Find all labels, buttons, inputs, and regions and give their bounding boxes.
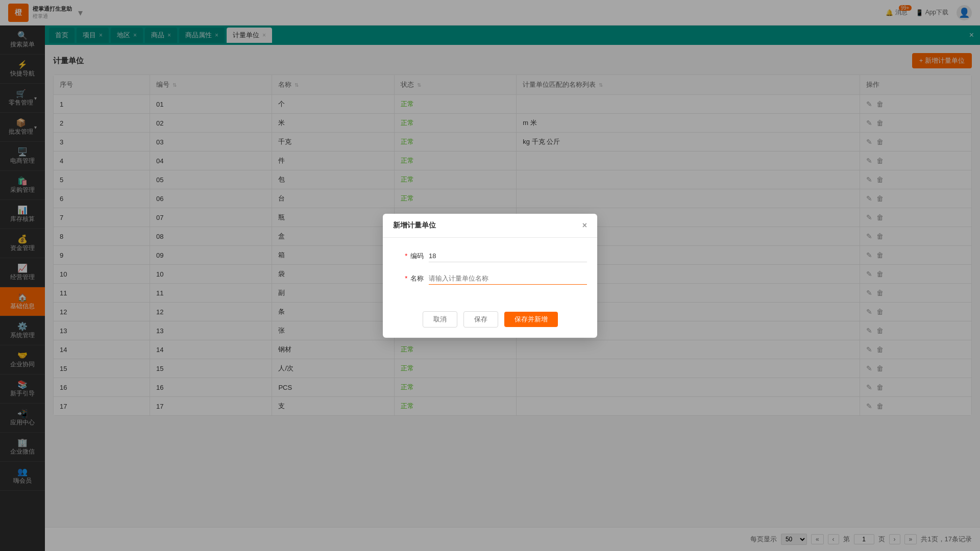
code-input[interactable]	[429, 250, 587, 262]
modal-footer: 取消 保存 保存并新增	[383, 305, 597, 338]
modal-overlay[interactable]: 新增计量单位 × * 编码 * 名称 取消 保存 保存并新增	[0, 0, 980, 551]
modal-close-button[interactable]: ×	[582, 221, 587, 230]
name-label: * 名称	[393, 274, 424, 283]
modal-body: * 编码 * 名称	[383, 238, 597, 305]
modal-header: 新增计量单位 ×	[383, 214, 597, 238]
cancel-button[interactable]: 取消	[423, 311, 457, 328]
modal-add-unit: 新增计量单位 × * 编码 * 名称 取消 保存 保存并新增	[383, 214, 597, 338]
modal-title: 新增计量单位	[393, 221, 436, 230]
name-input[interactable]	[429, 272, 587, 285]
form-row-code: * 编码	[393, 250, 587, 262]
code-label: * 编码	[393, 252, 424, 261]
save-new-button[interactable]: 保存并新增	[504, 312, 558, 327]
save-button[interactable]: 保存	[463, 311, 498, 328]
name-label-text: 名称	[410, 274, 424, 282]
required-mark-name: *	[405, 274, 407, 282]
form-row-name: * 名称	[393, 272, 587, 285]
code-label-text: 编码	[410, 252, 424, 260]
required-mark-code: *	[405, 252, 407, 260]
